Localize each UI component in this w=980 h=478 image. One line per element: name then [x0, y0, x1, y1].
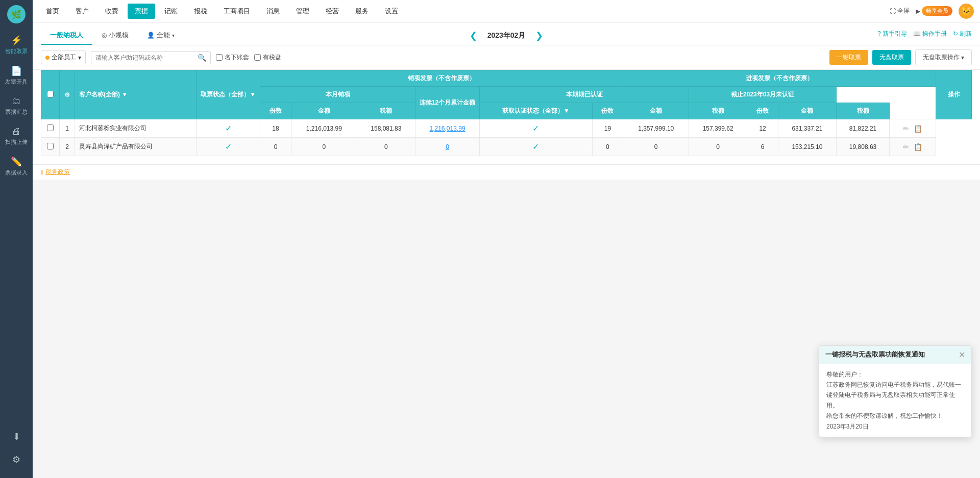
fullscreen-btn[interactable]: ⛶ 全屏: [890, 7, 910, 15]
all-icon: 👤: [147, 32, 155, 39]
sidebar-item-data-entry[interactable]: ✏️ 票据录入: [0, 151, 33, 182]
th-uncert-count: 份数: [747, 103, 778, 119]
td-purchase-count: 19: [592, 119, 623, 138]
td-cert-status: ✓: [480, 138, 592, 156]
tab-general-taxpayer[interactable]: 一般纳税人: [41, 27, 92, 45]
topnav-customers[interactable]: 客户: [68, 4, 96, 19]
period-nav: ❮ 2023年02月 ❯: [467, 30, 547, 41]
td-actions: ✏ 📋: [890, 119, 936, 138]
th-monthly-sales: 本月销项: [260, 87, 415, 103]
sidebar-item-issue-invoice[interactable]: 📄 发票开具: [0, 60, 33, 91]
th-purchase-tax: 税额: [689, 103, 747, 119]
topnav-collections[interactable]: 收费: [98, 4, 126, 19]
small-scale-icon: ◎: [102, 32, 107, 39]
checkbox-taxdisk[interactable]: 有税盘: [254, 53, 281, 62]
new-guide-btn[interactable]: ? 新手引导: [877, 30, 907, 38]
th-actions: 操作: [936, 70, 972, 119]
td-purchase-amount: 0: [623, 138, 689, 156]
checkbox-subledger[interactable]: 名下账套: [216, 53, 249, 62]
period-label: 2023年02月: [487, 31, 526, 40]
search-input[interactable]: [91, 52, 193, 63]
td-uncert-amount: 153,215.10: [778, 138, 836, 156]
th-uncert-tax: 税额: [836, 103, 889, 119]
topnav-messages[interactable]: 消息: [259, 4, 287, 19]
table-wrap: ⚙ 客户名称(全部) ▼ 取票状态（全部）▼ 销项发票（不含作废票） 进项发票（…: [33, 70, 980, 164]
th-uncert-amount: 金额: [778, 103, 836, 119]
sidebar-item-smart-fetch[interactable]: ⚡ 智能取票: [0, 30, 33, 60]
view-icon[interactable]: 📋: [914, 143, 922, 151]
td-index: 2: [60, 138, 75, 156]
th-sale-amount: 金额: [291, 103, 357, 119]
th-group-purchase: 进项发票（不含作废票）: [623, 70, 936, 87]
td-sale-count: 18: [260, 119, 291, 138]
btn-no-disk-ops[interactable]: 无盘取票操作 ▾: [915, 49, 972, 65]
sidebar-item-download[interactable]: ⬇: [0, 426, 33, 449]
th-checkbox: [41, 70, 60, 119]
topnav-business[interactable]: 工商项目: [216, 4, 257, 19]
manual-btn[interactable]: 📖 操作手册: [913, 30, 947, 38]
user-avatar[interactable]: 🐱: [959, 4, 974, 19]
tax-policy-icon: ℹ: [41, 169, 43, 176]
topnav-settings[interactable]: 设置: [378, 4, 405, 19]
td-purchase-amount: 1,357,999.10: [623, 119, 689, 138]
tab-small-scale[interactable]: ◎ 小规模: [92, 27, 138, 45]
edit-icon[interactable]: ✏: [903, 124, 909, 133]
select-all-checkbox[interactable]: [47, 91, 54, 97]
topnav-items: 首页 客户 收费 票据 记账 报税 工商项目 消息 管理 经营 服务 设置: [39, 4, 890, 19]
taxdisk-checkbox[interactable]: [254, 54, 261, 61]
td-sale-amount: 0: [291, 138, 357, 156]
btn-fetch-all[interactable]: 一键取票: [829, 50, 868, 65]
main-table: ⚙ 客户名称(全部) ▼ 取票状态（全部）▼ 销项发票（不含作废票） 进项发票（…: [41, 70, 972, 156]
td-sale-amount: 1,216,013.99: [291, 119, 357, 138]
sidebar-bottom: ⬇ ⚙: [0, 426, 33, 478]
cumulative-link[interactable]: 1,216,013.99: [429, 125, 465, 132]
cumulative-link[interactable]: 0: [446, 143, 449, 150]
search-button[interactable]: 🔍: [193, 52, 210, 64]
tab-dropdown-icon: ▾: [172, 33, 175, 38]
btn-no-disk-fetch[interactable]: 无盘取票: [872, 50, 911, 65]
row-checkbox[interactable]: [47, 124, 54, 131]
employee-label: 全部员工: [52, 53, 76, 62]
topnav-management[interactable]: 管理: [289, 4, 316, 19]
th-cumulative: 连续12个月累计金额: [415, 87, 479, 119]
period-prev-btn[interactable]: ❮: [467, 30, 480, 41]
th-purchase-count: 份数: [592, 103, 623, 119]
period-next-btn[interactable]: ❯: [532, 30, 546, 41]
tab-bar-right: ? 新手引导 📖 操作手册 ↻ 刷新: [877, 30, 972, 42]
td-checkbox: [41, 119, 60, 138]
vip-btn[interactable]: ▶ 畅享会员: [916, 6, 952, 16]
view-icon[interactable]: 📋: [914, 124, 922, 133]
td-uncert-count: 12: [747, 119, 778, 138]
th-cert-status: 获取认证状态（全部）▼: [480, 103, 592, 119]
search-box: 🔍: [91, 51, 211, 64]
edit-icon[interactable]: ✏: [903, 143, 909, 151]
notification-close-btn[interactable]: ✕: [959, 350, 965, 360]
td-purchase-tax: 0: [689, 138, 747, 156]
sidebar-item-scan-upload[interactable]: 🖨 扫描上传: [0, 121, 33, 151]
tax-policy-label[interactable]: 税务政策: [45, 168, 70, 177]
td-cert-status: ✓: [480, 119, 592, 138]
td-sale-count: 0: [260, 138, 291, 156]
td-purchase-count: 0: [592, 138, 623, 156]
employee-dropdown-icon: ▾: [78, 54, 81, 61]
row-checkbox[interactable]: [47, 143, 54, 149]
th-purchase-amount: 金额: [623, 103, 689, 119]
employee-select[interactable]: 全部员工 ▾: [41, 51, 86, 64]
refresh-btn[interactable]: ↻ 刷新: [953, 30, 972, 38]
topnav-services[interactable]: 服务: [348, 4, 376, 19]
data-entry-icon: ✏️: [11, 156, 22, 167]
subledger-checkbox[interactable]: [216, 54, 223, 61]
toolbar: 全部员工 ▾ 🔍 名下账套 有税盘 一键取票 无盘取票 无盘取票操作 ▾: [33, 45, 980, 70]
topnav-accounting[interactable]: 记账: [157, 4, 185, 19]
topnav-right: ⛶ 全屏 ▶ 畅享会员 🐱: [890, 4, 974, 19]
sidebar-item-invoice-summary[interactable]: 🗂 票据汇总: [0, 91, 33, 121]
toolbar-right: 一键取票 无盘取票 无盘取票操作 ▾: [829, 49, 972, 65]
sidebar-item-settings2[interactable]: ⚙: [0, 449, 33, 472]
topnav-tax[interactable]: 报税: [187, 4, 214, 19]
topnav-operations[interactable]: 经营: [318, 4, 346, 19]
tab-all[interactable]: 👤 全能 ▾: [138, 27, 184, 45]
th-customer: 客户名称(全部) ▼: [75, 70, 197, 119]
topnav-home[interactable]: 首页: [39, 4, 66, 19]
th-unrecognized: 截止2023年03月未认证: [689, 87, 837, 103]
topnav-invoices[interactable]: 票据: [128, 4, 155, 19]
